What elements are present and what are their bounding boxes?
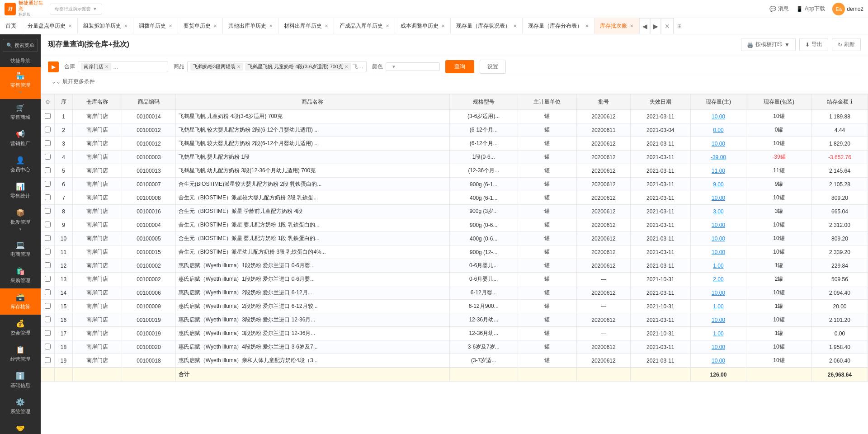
row-stock-main[interactable]: 10.00 [690,137,746,151]
sidebar-item-retail[interactable]: 🏪 零售管理 ▼ [0,67,41,99]
tab-chan-cheng-close[interactable]: ✕ [386,24,389,28]
row-check-input[interactable] [45,357,51,363]
tab-yao-huo-close[interactable]: ✕ [213,24,217,28]
row-check-input[interactable] [45,140,51,146]
tab-pu-ci-close[interactable]: ✕ [630,24,633,28]
row-stock-main[interactable]: 10.00 [690,313,746,327]
nav-next-arrow[interactable]: ▶ [650,18,661,34]
sidebar-item-member[interactable]: 👤 会员中心 [0,151,41,178]
color-select[interactable]: ▼ [386,62,440,71]
col-settings[interactable]: ⚙ [41,94,55,110]
sidebar-item-stock[interactable]: 🗃️ 库存核算 [0,288,41,315]
product-tag-2-remove[interactable]: ✕ [344,64,348,69]
row-stock-main[interactable]: 1.00 [690,259,746,273]
row-check-input[interactable] [45,316,51,322]
product-more[interactable]: 飞… [353,63,363,71]
warehouse-tag-remove[interactable]: ✕ [105,64,108,69]
row-stock-main[interactable]: 2.00 [690,273,746,286]
row-check-input[interactable] [45,208,51,214]
row-checkbox[interactable] [41,123,55,137]
row-checkbox[interactable] [41,273,55,286]
row-checkbox[interactable] [41,259,55,273]
row-stock-main[interactable]: 9.00 [690,178,746,191]
row-check-input[interactable] [45,330,51,336]
row-checkbox[interactable] [41,286,55,300]
user-area[interactable]: Ea demo2 [832,3,863,15]
sidebar-item-retail-stats[interactable]: 📊 零售统计 [0,178,41,204]
row-checkbox[interactable] [41,313,55,327]
row-stock-main[interactable]: 1.00 [690,300,746,313]
row-checkbox[interactable] [41,245,55,259]
row-checkbox[interactable] [41,340,55,354]
sidebar-item-marketing[interactable]: 📢 营销推广 [0,125,41,151]
tab-pu-ci[interactable]: 库存批次账 ✕ [594,18,639,34]
row-check-input[interactable] [45,249,51,255]
sidebar-item-enterprise[interactable]: 🤝 企业协同 [0,420,41,434]
sidebar-item-wholesale[interactable]: 📦 批发管理 ▼ [0,204,41,236]
row-stock-main[interactable]: 10.00 [690,110,746,123]
row-check-input[interactable] [45,276,51,282]
tab-cheng-ben-close[interactable]: ✕ [441,24,445,28]
row-check-input[interactable] [45,127,51,132]
tab-zu-chai[interactable]: 组装拆卸单历史 ✕ [78,18,133,34]
row-stock-main[interactable]: 1.00 [690,327,746,340]
search-menu-btn[interactable]: 🔍 搜索菜单 [3,39,38,52]
print-btn[interactable]: 🖨️ 按模板打印 ▼ [741,38,796,51]
row-stock-main[interactable]: 10.00 [690,191,746,205]
nav-close-all[interactable]: ✕ [661,18,674,34]
nav-prev-arrow[interactable]: ◀ [639,18,650,34]
sidebar-item-ecommerce[interactable]: 💻 电商管理 [0,236,41,262]
row-checkbox[interactable] [41,218,55,232]
row-stock-main[interactable]: 10.00 [690,232,746,245]
row-checkbox[interactable] [41,137,55,151]
message-btn[interactable]: 💬 消息 [769,5,789,13]
expand-more-btn[interactable]: ⌄⌄ 展开更多条件 [48,76,861,87]
tab-xian-cun-kucun-close[interactable]: ✕ [513,24,517,28]
row-stock-main[interactable]: 10.00 [690,286,746,300]
tab-xian-cun-fen-close[interactable]: ✕ [585,24,589,28]
export-btn[interactable]: ⬇ 导出 [799,38,828,51]
row-check-input[interactable] [45,344,51,349]
row-check-input[interactable] [45,235,51,241]
row-check-input[interactable] [45,303,51,309]
row-check-input[interactable] [45,222,51,227]
product-tag-group[interactable]: 飞鹤奶粉3段两罐装 ✕ 飞鹤星飞帆 儿童奶粉 4段(3-6岁适用) 700克 ✕… [187,61,367,72]
tab-yao-huo[interactable]: 要货单历史 ✕ [178,18,223,34]
refresh-btn[interactable]: ↻ 刷新 [832,38,861,51]
tab-cai-liao-close[interactable]: ✕ [325,24,328,28]
row-stock-main[interactable]: 10.00 [690,218,746,232]
tab-fen-pan-close[interactable]: ✕ [68,24,72,28]
sidebar-item-basic[interactable]: ℹ️ 基础信息 [0,367,41,393]
tab-diao-bo-close[interactable]: ✕ [169,24,172,28]
app-download-btn[interactable]: 📱 App下载 [796,5,825,13]
settings-btn[interactable]: 设置 [480,60,506,74]
tab-cai-liao[interactable]: 材料出库单历史 ✕ [278,18,334,34]
row-checkbox[interactable] [41,110,55,123]
row-checkbox[interactable] [41,191,55,205]
row-checkbox[interactable] [41,164,55,178]
nav-expand-tabs[interactable]: ⊞ [674,18,684,34]
industry-select[interactable]: 母婴行业演示账套 ▼ [50,4,102,14]
row-check-input[interactable] [45,194,51,200]
row-stock-main[interactable]: 10.00 [690,340,746,354]
tab-chan-cheng[interactable]: 产成品入库单历史 ✕ [334,18,395,34]
row-stock-main[interactable]: 10.00 [690,354,746,368]
sidebar-item-purchase[interactable]: 🛍️ 采购管理 [0,262,41,288]
warehouse-more[interactable]: … [113,64,118,70]
sidebar-item-retail-shop[interactable]: 🛒 零售商城 [0,99,41,125]
row-check-input[interactable] [45,289,51,295]
product-tag-1-remove[interactable]: ✕ [237,64,241,69]
row-stock-main[interactable]: 11.00 [690,164,746,178]
row-check-input[interactable] [45,113,51,119]
sidebar-item-finance[interactable]: 💰 资金管理 [0,315,41,341]
filter-expand-btn[interactable]: ▶ [48,61,59,72]
row-check-input[interactable] [45,181,51,187]
row-checkbox[interactable] [41,232,55,245]
warehouse-tag-group[interactable]: 南岸门店 ✕ … [78,61,168,72]
query-btn[interactable]: 查询 [445,60,474,73]
row-checkbox[interactable] [41,151,55,164]
tab-xian-cun-kucun[interactable]: 现存量（库存状况表） ✕ [451,18,523,34]
tab-qi-ta-close[interactable]: ✕ [269,24,273,28]
tab-xian-cun-fen[interactable]: 现存量（库存分布表） ✕ [523,18,594,34]
row-stock-main[interactable]: 3.00 [690,205,746,218]
